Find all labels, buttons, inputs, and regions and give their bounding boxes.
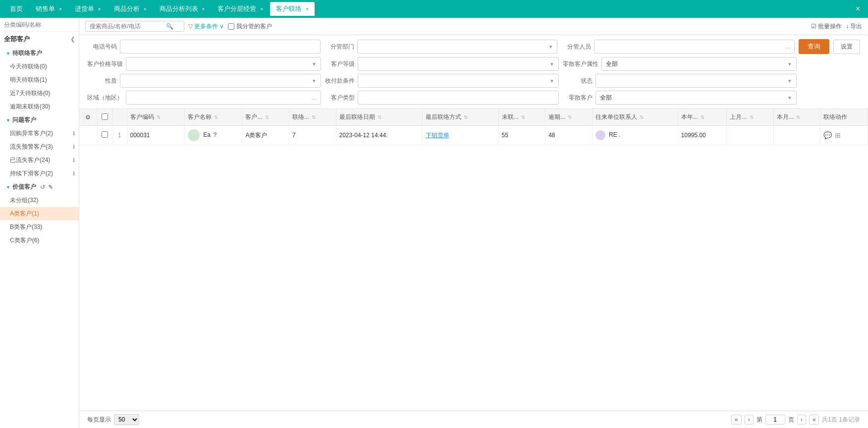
close-all-button[interactable]: ×	[852, 4, 864, 13]
last-contact-method-header[interactable]: 最后联络方式 ⇅	[422, 109, 498, 126]
dept-dropdown[interactable]: ▼	[357, 40, 558, 54]
page-size-select[interactable]: 50 10 20 100	[114, 414, 139, 425]
page-number-input[interactable]	[765, 415, 785, 425]
nature-dropdown[interactable]: ▼	[120, 74, 321, 88]
triangle-icon-2: ▼	[6, 118, 10, 123]
query-button[interactable]: 查询	[799, 39, 829, 54]
uncontacted-header[interactable]: 未联... ⇅	[498, 109, 545, 126]
goods-analysis-tab-close[interactable]: ×	[144, 6, 147, 12]
row-checkbox[interactable]	[102, 131, 108, 138]
more-conditions-button[interactable]: ▽ 更多条件 ∨	[188, 22, 224, 31]
goods-analysis-list-tab-close[interactable]: ×	[202, 6, 205, 12]
edit-icon[interactable]: ✎	[48, 184, 53, 191]
sales-tab-close[interactable]: ×	[59, 6, 62, 12]
batch-operation-button[interactable]: ☑ 批量操作	[811, 22, 842, 31]
sidebar-group-value[interactable]: ▼ 价值客户 ↺ ✎	[0, 180, 79, 194]
region-input[interactable]: ...	[126, 91, 321, 105]
price-grade-dropdown[interactable]: ▼	[126, 57, 321, 71]
date-sort-icon: ⇅	[378, 114, 381, 120]
main-search-input[interactable]	[90, 23, 164, 30]
page-size-selector: 每页显示 50 10 20 100	[87, 414, 139, 425]
prev-page-button[interactable]: ‹	[745, 415, 754, 425]
sidebar-item-declining[interactable]: 持续下滑客户(2) ℹ	[0, 167, 79, 180]
first-page-button[interactable]: «	[731, 415, 742, 425]
customer-grade-dropdown[interactable]: ▼	[358, 57, 559, 71]
name-column-header[interactable]: 客户名称 ⇅	[184, 109, 242, 126]
unit-contact-header[interactable]: 往来单位联系人 ⇅	[592, 109, 678, 126]
code-sort-icon: ⇅	[157, 114, 161, 120]
row-index: 1	[112, 126, 127, 145]
this-year-header[interactable]: 本年... ⇅	[678, 109, 727, 126]
customer-contact-tab[interactable]: 客户联络 ×	[270, 2, 315, 16]
sidebar-item-unclassified[interactable]: 未分组(32)	[0, 194, 79, 207]
goods-analysis-list-tab[interactable]: 商品分析列表 ×	[154, 2, 211, 16]
sidebar-item-tomorrow[interactable]: 明天待联络(1)	[0, 73, 79, 87]
row-uncontacted: 55	[498, 126, 545, 145]
refresh-icon[interactable]: ↺	[40, 184, 45, 191]
grid-action-icon[interactable]: ⊞	[835, 131, 841, 139]
phone-input[interactable]	[120, 40, 321, 54]
settings-button[interactable]: 设置	[833, 40, 860, 54]
retail-attr-dropdown[interactable]: 全部 ▼	[601, 57, 797, 71]
code-column-header[interactable]: 客户编码 ⇅	[127, 109, 184, 126]
customer-type-input[interactable]	[358, 91, 559, 105]
row-contact: 7	[289, 126, 336, 145]
my-customers-check[interactable]	[228, 23, 234, 30]
sidebar-item-class-c[interactable]: C类客户(6)	[0, 234, 79, 247]
triangle-icon-3: ▼	[6, 185, 10, 190]
customer-contact-tab-close[interactable]: ×	[306, 6, 309, 12]
region-label: 区域（地区）	[87, 94, 123, 102]
last-month-header[interactable]: 上月... ⇅	[727, 109, 774, 126]
select-all-checkbox[interactable]	[102, 113, 108, 120]
manager-ellipsis[interactable]: ...	[785, 43, 790, 50]
sidebar-item-7days[interactable]: 近7天待联络(0)	[0, 87, 79, 100]
info-icon-4: ℹ	[73, 170, 75, 177]
overdue-header[interactable]: 逾期... ⇅	[545, 109, 593, 126]
sidebar-item-today[interactable]: 今天待联络(0)	[0, 60, 79, 73]
home-tab[interactable]: 首页	[4, 2, 29, 16]
retail-customer-dropdown[interactable]: 全部 ▼	[596, 91, 797, 105]
customer-segment-tab[interactable]: 客户分层经营 ×	[212, 2, 269, 16]
export-button[interactable]: ↓ 导出	[846, 22, 862, 31]
sidebar-group-pending[interactable]: ▼ 待联络客户	[0, 47, 79, 60]
status-dropdown[interactable]: ▼	[596, 74, 797, 88]
sales-tab[interactable]: 销售单 ×	[30, 2, 68, 16]
sidebar-search-box: 🔍	[0, 18, 79, 32]
unit-contact-avatar	[596, 130, 605, 140]
row-type: A类客户	[242, 126, 289, 145]
top-navigation: 首页 销售单 × 进货单 × 商品分析 × 商品分析列表 × 客户分层经营 × …	[0, 0, 868, 18]
uncontacted-sort-icon: ⇅	[521, 114, 525, 120]
sidebar-item-churned[interactable]: 已流失客户(24) ℹ	[0, 154, 79, 167]
sidebar-item-churn-warning[interactable]: 流失预警客户(3) ℹ	[0, 140, 79, 154]
sidebar-collapse-icon[interactable]: ❮	[70, 36, 75, 43]
gear-column-header[interactable]: ⚙	[79, 109, 97, 126]
payment-field: 收付款条件 ▼	[325, 74, 559, 88]
row-last-contact-method[interactable]: 下销货单	[422, 126, 498, 145]
payment-dropdown[interactable]: ▼	[358, 74, 559, 88]
sidebar-search-input[interactable]	[4, 21, 78, 28]
region-field: 区域（地区） ...	[87, 91, 321, 105]
sidebar-group-problem[interactable]: ▼ 问题客户	[0, 113, 79, 127]
region-ellipsis[interactable]: ...	[312, 94, 317, 101]
last-page-button[interactable]: »	[809, 415, 819, 425]
all-customers-header[interactable]: 全部客户 ❮	[0, 32, 79, 47]
row-this-month	[773, 126, 820, 145]
this-month-header[interactable]: 本月... ⇅	[773, 109, 820, 126]
customer-segment-tab-close[interactable]: ×	[260, 6, 263, 12]
sidebar-item-class-a[interactable]: A类客户(1)	[0, 207, 79, 220]
chat-action-icon[interactable]: 💬	[823, 131, 832, 139]
last-contact-date-header[interactable]: 最后联络日期 ⇅	[336, 109, 422, 126]
purchase-tab[interactable]: 进货单 ×	[69, 2, 107, 16]
type-column-header[interactable]: 客户... ⇅	[242, 109, 289, 126]
main-search-icon[interactable]: 🔍	[166, 23, 173, 30]
manager-input[interactable]: ...	[594, 40, 795, 54]
sidebar-item-overdue[interactable]: 逾期未联络(30)	[0, 100, 79, 113]
customer-grade-arrow: ▼	[549, 61, 554, 67]
contact-column-header[interactable]: 联络... ⇅	[289, 109, 336, 126]
next-page-button[interactable]: ›	[797, 415, 806, 425]
sidebar-item-repurchase-abnormal[interactable]: 回购异常客户(2) ℹ	[0, 127, 79, 140]
sidebar-item-class-b[interactable]: B类客户(33)	[0, 220, 79, 234]
purchase-tab-close[interactable]: ×	[98, 6, 101, 12]
filter-row-2: 客户价格等级 ▼ 客户等级 ▼ 零散客户属性 全部	[87, 57, 860, 71]
goods-analysis-tab[interactable]: 商品分析 ×	[108, 2, 153, 16]
